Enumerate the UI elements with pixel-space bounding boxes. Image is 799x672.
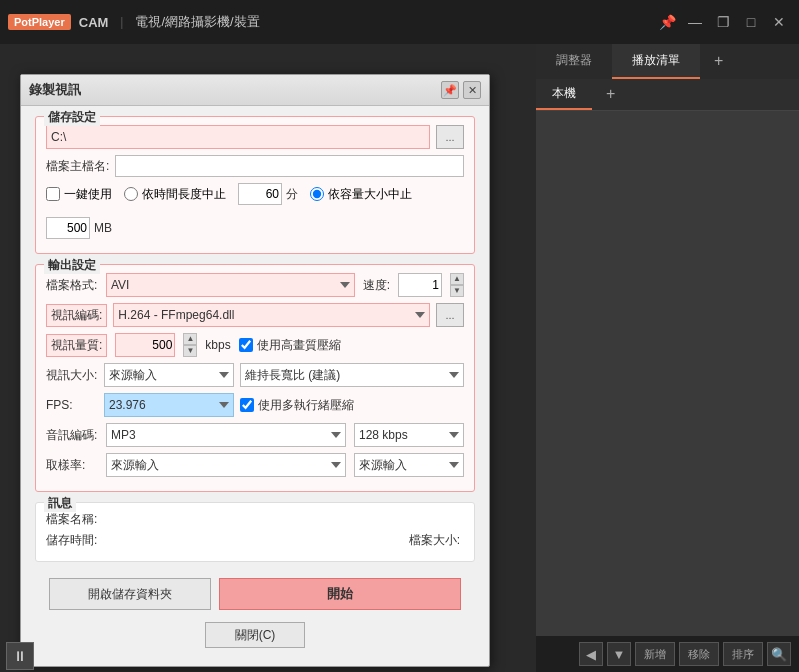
video-size-row: 視訊大小: 來源輸入 維持長寬比 (建議) — [46, 363, 464, 387]
right-panel: 調整器 播放清單 + 本機 + ◀ ▼ 新增 移除 排序 🔍 — [536, 44, 799, 672]
maximize-button[interactable]: □ — [739, 10, 763, 34]
title-bar: PotPlayer CAM | 電視/網路攝影機/裝置 📌 — ❐ □ ✕ — [0, 0, 799, 44]
format-select[interactable]: AVI — [106, 273, 355, 297]
nav-prev-button[interactable]: ◀ — [579, 642, 603, 666]
dialog-title-bar: 錄製視訊 📌 ✕ — [21, 75, 489, 106]
bitrate-down-arrow[interactable]: ▼ — [183, 345, 197, 357]
one-click-item: 一鍵使用 — [46, 186, 112, 203]
bottom-toolbar: ◀ ▼ 新增 移除 排序 🔍 — [536, 636, 799, 672]
bitrate-up-arrow[interactable]: ▲ — [183, 333, 197, 345]
dialog-bottom-buttons: 開啟儲存資料夾 開始 — [35, 572, 475, 616]
filename-row: 檔案主檔名: — [46, 155, 464, 177]
storage-section: 儲存設定 ... 檔案主檔名: — [35, 116, 475, 254]
audio-codec-row: 音訊編碼: MP3 128 kbps — [46, 423, 464, 447]
by-time-item: 依時間長度中止 — [124, 186, 226, 203]
speed-label: 速度: — [363, 277, 390, 294]
video-bitrate-label: 視訊量質: — [46, 334, 107, 357]
multithread-label: 使用多執行緒壓縮 — [258, 397, 354, 414]
bitrate-spinbox[interactable]: ▲ ▼ — [183, 333, 197, 357]
left-panel: 錄製視訊 📌 ✕ 儲存設定 ... — [0, 44, 536, 672]
size-input[interactable] — [46, 217, 90, 239]
audio-codec-select[interactable]: MP3 — [106, 423, 346, 447]
record-dialog: 錄製視訊 📌 ✕ 儲存設定 ... — [20, 74, 490, 667]
remove-button[interactable]: 移除 — [679, 642, 719, 666]
filename-info-row: 檔案名稱: — [46, 511, 464, 528]
info-section-label: 訊息 — [44, 495, 76, 512]
storage-section-label: 儲存設定 — [44, 109, 100, 126]
one-click-label: 一鍵使用 — [64, 186, 112, 203]
speed-up-arrow[interactable]: ▲ — [450, 273, 464, 285]
start-button[interactable]: 開始 — [219, 578, 461, 610]
pause-button[interactable]: ⏸ — [6, 642, 34, 670]
high-quality-item: 使用高畫質壓縮 — [239, 337, 341, 354]
dialog-pin-button[interactable]: 📌 — [441, 81, 459, 99]
multithread-checkbox[interactable] — [240, 398, 254, 412]
tab-settings[interactable]: 調整器 — [536, 44, 612, 79]
speed-spinbox[interactable]: ▲ ▼ — [450, 273, 464, 297]
video-codec-row: 視訊編碼: H.264 - FFmpeg64.dll ... — [46, 303, 464, 327]
tab-playlist[interactable]: 播放清單 — [612, 44, 700, 79]
by-size-radio[interactable] — [310, 187, 324, 201]
by-size-label: 依容量大小中止 — [328, 186, 412, 203]
output-section: 輸出設定 檔案格式: AVI 速度: ▲ ▼ — [35, 264, 475, 492]
size-spin-group: MB — [46, 217, 112, 239]
by-time-radio[interactable] — [124, 187, 138, 201]
tab-add[interactable]: + — [700, 44, 737, 79]
browse-button[interactable]: ... — [436, 125, 464, 149]
restore-button[interactable]: ❐ — [711, 10, 735, 34]
close-button[interactable]: ✕ — [767, 10, 791, 34]
high-quality-checkbox[interactable] — [239, 338, 253, 352]
video-codec-select[interactable]: H.264 - FFmpeg64.dll — [113, 303, 430, 327]
options-row: 一鍵使用 依時間長度中止 分 — [46, 183, 464, 239]
sample-rate-row: 取樣率: 來源輸入 來源輸入 — [46, 453, 464, 477]
open-folder-button[interactable]: 開啟儲存資料夾 — [49, 578, 211, 610]
nav-down-button[interactable]: ▼ — [607, 642, 631, 666]
aspect-select[interactable]: 維持長寬比 (建議) — [240, 363, 464, 387]
sample-rate-select[interactable]: 來源輸入 — [106, 453, 346, 477]
window-controls: 📌 — ❐ □ ✕ — [655, 10, 791, 34]
main-area: 錄製視訊 📌 ✕ 儲存設定 ... — [0, 44, 799, 672]
sort-button[interactable]: 排序 — [723, 642, 763, 666]
by-time-label: 依時間長度中止 — [142, 186, 226, 203]
video-size-label: 視訊大小: — [46, 367, 98, 384]
dialog-overlay: 錄製視訊 📌 ✕ 儲存設定 ... — [0, 44, 536, 672]
subtab-add[interactable]: + — [592, 79, 629, 110]
filename-info-key: 檔案名稱: — [46, 511, 97, 528]
format-row: 檔案格式: AVI 速度: ▲ ▼ — [46, 273, 464, 297]
format-label: 檔案格式: — [46, 277, 98, 294]
time-size-row: 儲存時間: 檔案大小: — [46, 532, 464, 549]
dialog-title: 錄製視訊 — [29, 81, 81, 99]
file-size-key: 檔案大小: — [409, 532, 460, 549]
dialog-close-row: 關閉(C) — [35, 616, 475, 656]
bitrate-unit: kbps — [205, 338, 230, 352]
sample-rate-select2[interactable]: 來源輸入 — [354, 453, 464, 477]
path-row: ... — [46, 125, 464, 149]
add-button[interactable]: 新增 — [635, 642, 675, 666]
codec-browse-button[interactable]: ... — [436, 303, 464, 327]
search-button[interactable]: 🔍 — [767, 642, 791, 666]
speed-down-arrow[interactable]: ▼ — [450, 285, 464, 297]
audio-bitrate-select[interactable]: 128 kbps — [354, 423, 464, 447]
fps-select[interactable]: 23.976 — [104, 393, 234, 417]
minimize-button[interactable]: — — [683, 10, 707, 34]
output-section-label: 輸出設定 — [44, 257, 100, 274]
info-section: 訊息 檔案名稱: 儲存時間: 檔案大小: — [35, 502, 475, 562]
pin-button[interactable]: 📌 — [655, 10, 679, 34]
video-size-select[interactable]: 來源輸入 — [104, 363, 234, 387]
title-separator: | — [120, 15, 123, 29]
close-dialog-button[interactable]: 關閉(C) — [205, 622, 305, 648]
fps-row: FPS: 23.976 使用多執行緒壓縮 — [46, 393, 464, 417]
dialog-content: 儲存設定 ... 檔案主檔名: — [21, 106, 489, 666]
subtabs: 本機 + — [536, 79, 799, 111]
speed-input[interactable] — [398, 273, 442, 297]
file-size-group: 檔案大小: — [409, 532, 464, 549]
subtab-local[interactable]: 本機 — [536, 79, 592, 110]
dialog-close-button[interactable]: ✕ — [463, 81, 481, 99]
filename-input[interactable] — [115, 155, 464, 177]
time-input[interactable] — [238, 183, 282, 205]
video-bitrate-row: 視訊量質: ▲ ▼ kbps 使用高畫質壓縮 — [46, 333, 464, 357]
path-input[interactable] — [46, 125, 430, 149]
multithread-item: 使用多執行緒壓縮 — [240, 397, 354, 414]
bitrate-input[interactable] — [115, 333, 175, 357]
one-click-checkbox[interactable] — [46, 187, 60, 201]
